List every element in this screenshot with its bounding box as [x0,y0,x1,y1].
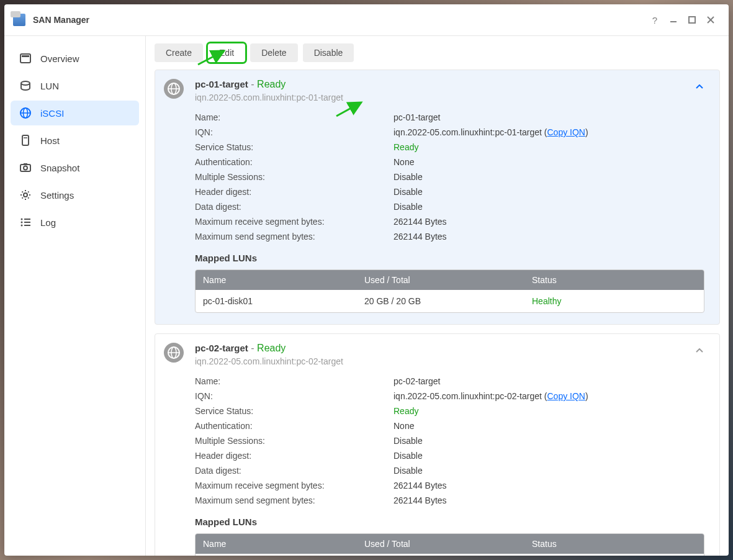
value-max-recv: 262144 Bytes [393,217,447,227]
svg-rect-1 [689,17,695,23]
target-header[interactable]: pc-02-target - Ready iqn.2022-05.com.lin… [155,334,719,371]
delete-button[interactable]: Delete [250,43,297,62]
value-auth: None [393,157,414,167]
sidebar-item-host[interactable]: Host [11,128,139,153]
label-iqn: IQN: [195,127,393,137]
main-content: Create Edit Delete Disable pc-01-target … [146,36,729,556]
app-window: SAN Manager ? Overview LUN [4,4,729,556]
sidebar-item-label: iSCSI [40,108,64,119]
value-iqn: iqn.2022-05.com.linuxhint:pc-02-target (… [393,391,588,401]
sidebar-item-iscsi[interactable]: iSCSI [11,101,139,125]
label-name: Name: [195,376,393,386]
edit-button[interactable]: Edit [208,43,245,62]
label-max-send: Maximum send segment bytes: [195,495,393,505]
chevron-up-icon[interactable] [692,79,707,95]
svg-point-15 [24,193,27,197]
value-header-digest: Disable [393,451,423,461]
svg-point-16 [21,219,23,220]
lun-used-total: 20 GB / 20 GB [364,296,532,306]
sidebar-item-settings[interactable]: Settings [11,183,139,207]
value-header-digest: Disable [393,187,423,197]
sidebar-item-log[interactable]: Log [11,210,139,235]
sidebar-item-label: Host [40,135,60,146]
lun-table: Name Used / Total Status pc-01-disk01 20… [195,269,704,313]
app-title: SAN Manager [33,15,89,25]
label-max-recv: Maximum receive segment bytes: [195,217,393,227]
target-header[interactable]: pc-01-target - Ready iqn.2022-05.com.lin… [155,70,719,107]
help-icon[interactable]: ? [645,11,664,29]
iscsi-icon [19,107,32,119]
table-row[interactable]: pc-02-disk01 20 GB / 20 GB Healthy [196,554,704,556]
target-name: pc-01-target [195,79,248,89]
mapped-luns-heading: Mapped LUNs [195,517,719,527]
label-header-digest: Header digest: [195,451,393,461]
col-name: Name [203,275,364,285]
maximize-icon[interactable] [683,11,701,29]
label-iqn: IQN: [195,391,393,401]
overview-icon [19,52,32,65]
label-data-digest: Data digest: [195,466,393,476]
svg-rect-14 [24,163,27,165]
close-icon[interactable] [701,11,720,29]
table-row[interactable]: pc-01-disk01 20 GB / 20 GB Healthy [196,290,704,312]
value-iqn: iqn.2022-05.com.linuxhint:pc-01-target (… [393,127,588,137]
minimize-icon[interactable] [664,11,683,29]
annotation-arrow [333,101,371,119]
target-panel[interactable]: pc-02-target - Ready iqn.2022-05.com.lin… [155,333,720,556]
target-iqn-line: iqn.2022-05.com.linuxhint:pc-02-target [195,356,692,366]
target-status: Ready [257,343,286,353]
value-auth: None [393,421,414,431]
svg-point-17 [21,222,23,224]
sidebar-item-label: Snapshot [40,163,79,173]
lun-table: Name Used / Total Status pc-02-disk01 20… [195,533,704,556]
label-data-digest: Data digest: [195,202,393,212]
app-icon [13,14,25,26]
col-status: Status [532,275,696,285]
svg-rect-5 [22,55,29,57]
col-status: Status [532,539,696,549]
globe-icon [164,343,184,363]
chevron-up-icon[interactable] [692,343,707,359]
label-max-recv: Maximum receive segment bytes: [195,481,393,490]
label-header-digest: Header digest: [195,187,393,197]
label-max-send: Maximum send segment bytes: [195,232,393,242]
col-used-total: Used / Total [364,539,532,549]
titlebar: SAN Manager ? [4,4,729,36]
sidebar-item-overview[interactable]: Overview [11,46,139,71]
label-service-status: Service Status: [195,142,393,152]
value-name: pc-01-target [393,112,440,122]
svg-point-6 [21,81,30,85]
value-max-recv: 262144 Bytes [393,481,447,490]
value-data-digest: Disable [393,466,423,476]
target-name: pc-02-target [195,343,248,353]
globe-icon [164,79,184,99]
value-service-status: Ready [393,142,418,152]
sidebar: Overview LUN iSCSI Host [4,36,146,556]
value-service-status: Ready [393,406,418,416]
disable-button[interactable]: Disable [303,43,354,62]
create-button[interactable]: Create [155,43,203,62]
value-multi: Disable [393,436,423,446]
target-status: Ready [257,79,286,89]
mapped-luns-heading: Mapped LUNs [195,253,719,263]
svg-point-13 [24,166,27,170]
target-panel[interactable]: pc-01-target - Ready iqn.2022-05.com.lin… [155,70,720,325]
value-max-send: 262144 Bytes [393,232,447,242]
sidebar-item-lun[interactable]: LUN [11,73,139,98]
copy-iqn-link[interactable]: Copy IQN [547,127,585,137]
value-multi: Disable [393,172,423,182]
label-multi: Multiple Sessions: [195,436,393,446]
value-max-send: 262144 Bytes [393,495,447,505]
copy-iqn-link[interactable]: Copy IQN [547,391,585,401]
gear-icon [19,189,32,201]
toolbar: Create Edit Delete Disable [155,43,720,62]
value-name: pc-02-target [393,376,440,386]
target-iqn-line: iqn.2022-05.com.linuxhint:pc-01-target [195,93,692,102]
svg-point-18 [21,225,23,227]
svg-rect-10 [22,135,29,145]
snapshot-icon [19,161,32,174]
sidebar-item-label: LUN [40,81,59,91]
sidebar-item-snapshot[interactable]: Snapshot [11,155,139,180]
lun-status: Healthy [532,296,696,306]
label-service-status: Service Status: [195,406,393,416]
